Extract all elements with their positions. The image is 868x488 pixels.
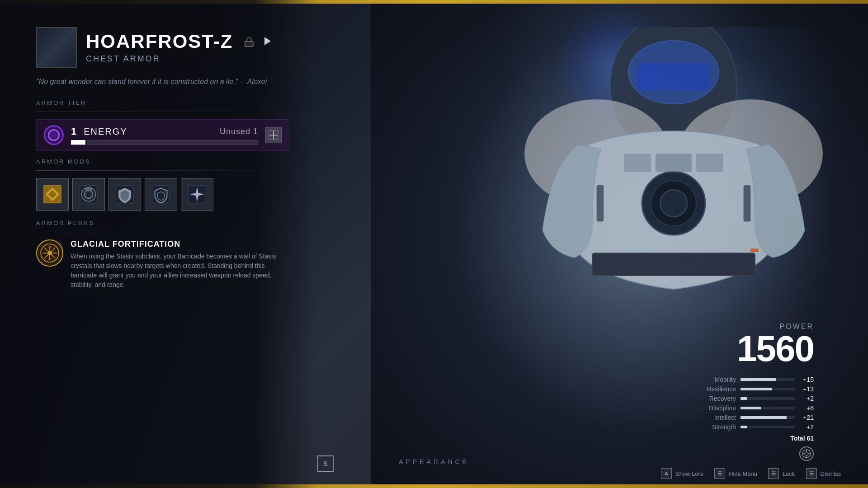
stat-name-resilience: Resilience <box>700 385 736 393</box>
stat-value-strength: +2 <box>799 423 814 431</box>
svg-point-44 <box>47 251 52 255</box>
control-hide-menu[interactable]: ☰ Hide Menu <box>714 468 757 479</box>
perk-item: GLACIAL FORTIFICATION When using the Sta… <box>36 239 289 290</box>
stat-bar-fill-recovery <box>741 397 747 400</box>
energy-icon <box>44 125 64 145</box>
mod-slot-1[interactable] <box>36 178 69 211</box>
item-icon <box>36 27 77 68</box>
stat-row-intellect: Intellect +21 <box>700 414 814 421</box>
unused-label: Unused 1 <box>220 127 258 136</box>
stat-name-mobility: Mobility <box>700 376 736 383</box>
lock-label: Lock <box>783 470 795 477</box>
svg-marker-21 <box>264 37 271 45</box>
svg-rect-13 <box>597 185 604 221</box>
key-a: A <box>661 468 672 479</box>
svg-rect-14 <box>744 185 750 221</box>
item-name: HOARFROST-Z <box>86 31 233 52</box>
left-panel: HOARFROST-Z CHEST ARMOR "No great wo <box>0 0 316 488</box>
mod-slot-4[interactable] <box>145 178 177 211</box>
svg-point-33 <box>86 192 91 197</box>
stat-total: Total 61 <box>790 435 814 442</box>
energy-bar-container <box>71 140 258 145</box>
tier-number: 1 <box>71 126 76 137</box>
armor-mods-divider <box>36 170 289 171</box>
mods-row <box>36 178 289 211</box>
perk-description: When using the Stasis subclass, your Bar… <box>71 252 289 290</box>
upgrade-icon[interactable] <box>265 127 282 143</box>
armor-mods-label: ARMOR MODS <box>36 158 289 165</box>
control-dismiss[interactable]: ☰ Dismiss <box>806 468 841 479</box>
svg-rect-19 <box>58 42 62 45</box>
stat-bar-discipline <box>741 407 795 409</box>
stat-row-recovery: Recovery +2 <box>700 395 814 402</box>
svg-rect-10 <box>696 154 723 172</box>
show-lore-label: Show Lore <box>675 470 703 477</box>
mod-icon-5 <box>187 184 208 205</box>
stat-bar-fill-resilience <box>741 388 772 390</box>
stat-bar-strength <box>741 426 795 428</box>
svg-rect-2 <box>637 63 710 90</box>
mod-icon-1 <box>42 184 63 205</box>
stat-name-discipline: Discipline <box>700 404 736 412</box>
lock-icon[interactable] <box>243 36 255 48</box>
stat-value-intellect: +21 <box>799 414 814 421</box>
key-lock: ☰ <box>768 468 779 479</box>
stat-row-resilience: Resilience +13 <box>700 385 814 393</box>
armor-perks-label: ARMOR PERKS <box>36 220 289 226</box>
stat-row-strength: Strength +2 <box>700 423 814 431</box>
armor-mods-section: ARMOR MODS <box>36 158 289 211</box>
svg-rect-15 <box>41 32 72 63</box>
stat-bar-intellect <box>741 416 795 419</box>
perk-content: GLACIAL FORTIFICATION When using the Sta… <box>71 239 289 290</box>
mod-slot-3[interactable] <box>108 178 141 211</box>
stat-name-recovery: Recovery <box>700 395 736 402</box>
svg-rect-9 <box>656 154 692 172</box>
stat-bar-fill-intellect <box>741 416 787 419</box>
armor-perks-divider <box>36 232 289 232</box>
energy-bar-empty <box>87 140 258 145</box>
stats-panel: POWER 1560 Mobility +15 Resilience +13 R… <box>700 323 814 461</box>
svg-point-17 <box>53 46 60 52</box>
svg-rect-8 <box>624 154 651 172</box>
stat-row-discipline: Discipline +8 <box>700 404 814 412</box>
power-section: POWER 1560 <box>700 323 814 367</box>
stat-value-discipline: +8 <box>799 404 814 412</box>
stat-bar-resilience <box>741 388 795 390</box>
key-hide: ☰ <box>714 468 725 479</box>
mod-slot-5[interactable] <box>181 178 213 211</box>
mod-icon-2 <box>78 184 99 205</box>
destiny-logo <box>799 446 814 461</box>
key-dismiss: ☰ <box>806 468 817 479</box>
energy-label: ENERGY <box>84 127 127 137</box>
energy-bar-filled <box>71 140 85 145</box>
mod-slot-2[interactable] <box>72 178 105 211</box>
svg-point-16 <box>51 43 62 54</box>
perk-icon <box>36 239 63 267</box>
svg-rect-34 <box>85 188 92 191</box>
tier-info: 1 ENERGY Unused 1 <box>71 126 258 145</box>
control-lock[interactable]: ☰ Lock <box>768 468 795 479</box>
perk-name: GLACIAL FORTIFICATION <box>71 239 289 249</box>
svg-rect-11 <box>592 253 755 276</box>
armor-perks-section: ARMOR PERKS <box>36 220 289 290</box>
item-quote: "No great wonder can stand forever if it… <box>36 77 289 87</box>
stat-name-intellect: Intellect <box>700 414 736 421</box>
bottom-controls: A Show Lore ☰ Hide Menu ☰ Lock ☰ Dismiss <box>661 468 841 479</box>
svg-point-50 <box>805 452 808 455</box>
stat-value-mobility: +15 <box>799 376 814 383</box>
hide-menu-label: Hide Menu <box>729 470 757 477</box>
stat-bar-recovery <box>741 397 795 400</box>
stat-value-resilience: +13 <box>799 385 814 393</box>
s-button[interactable]: S <box>317 455 334 472</box>
svg-rect-20 <box>245 42 253 47</box>
svg-point-7 <box>660 190 687 217</box>
stat-bar-fill-discipline <box>741 407 761 409</box>
power-value: 1560 <box>700 331 814 367</box>
mod-icon-3 <box>114 184 135 205</box>
stats-list: Mobility +15 Resilience +13 Recovery +2 … <box>700 376 814 442</box>
stat-bar-fill-strength <box>741 426 747 428</box>
svg-rect-18 <box>51 42 55 45</box>
stat-bar-fill-mobility <box>741 378 776 381</box>
item-title-area: HOARFROST-Z CHEST ARMOR <box>86 31 289 63</box>
control-show-lore[interactable]: A Show Lore <box>661 468 703 479</box>
